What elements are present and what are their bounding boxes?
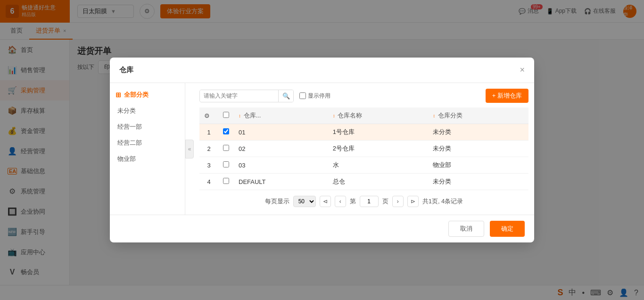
show-disabled-checkbox[interactable] [299, 92, 306, 99]
dialog-close-button[interactable]: × [520, 65, 525, 75]
last-page-button[interactable]: ⊳ [407, 196, 419, 207]
row-code-1: 01 [234, 124, 328, 141]
prev-page-button[interactable]: ‹ [335, 196, 346, 207]
row-code-3: 03 [234, 157, 328, 174]
page-size-select[interactable]: 50 [293, 196, 316, 207]
table-row[interactable]: 3 03 水 物业部 [199, 157, 528, 174]
table-row[interactable]: 4 DEFAULT 总仓 未分类 [199, 174, 528, 190]
category-item-property[interactable]: 物业部 [110, 151, 185, 167]
search-input[interactable] [200, 90, 278, 101]
show-disabled-label[interactable]: 显示停用 [299, 92, 330, 100]
th-code: ↕ 仓库... [234, 108, 328, 124]
collapse-panel-button[interactable]: « [185, 140, 194, 158]
dialog-footer: 取消 确定 [110, 215, 534, 242]
first-page-button[interactable]: ⊲ [320, 196, 331, 207]
table-container: ⚙ ↕ 仓库... ↕ 仓库名称 [199, 108, 528, 190]
th-checkbox [218, 108, 234, 124]
row-name-4: 总仓 [328, 174, 429, 190]
cancel-button[interactable]: 取消 [448, 221, 484, 237]
table-header-row: ⚙ ↕ 仓库... ↕ 仓库名称 [199, 108, 528, 124]
table-panel: 🔍 显示停用 + 新增仓库 ⚙ [194, 83, 534, 215]
table-row[interactable]: 2 02 2号仓库 未分类 [199, 141, 528, 157]
table-row[interactable]: 1 01 1号仓库 未分类 [199, 124, 528, 141]
row-category-1: 未分类 [428, 124, 528, 141]
category-panel: ⊞ 全部分类 未分类 经营一部 经营二部 物业部 [110, 83, 185, 215]
row-checkbox-3[interactable] [218, 157, 234, 174]
new-warehouse-button[interactable]: + 新增仓库 [486, 89, 528, 103]
row-code-4: DEFAULT [234, 174, 328, 190]
category-item-ops1[interactable]: 经营一部 [110, 119, 185, 135]
dialog-title: 仓库 [119, 66, 133, 75]
row-name-3: 水 [328, 157, 429, 174]
pagination: 每页显示 50 ⊲ ‹ 第 页 › ⊳ 共1页, 4条记录 [199, 190, 528, 209]
row-code-2: 02 [234, 141, 328, 157]
row-num-2: 2 [199, 141, 218, 157]
sort-icon: ↕ [239, 113, 241, 118]
dialog-overlay: 仓库 × ⊞ 全部分类 未分类 经营一部 经营二部 [0, 0, 644, 300]
row-checkbox-4[interactable] [218, 174, 234, 190]
next-page-button[interactable]: › [392, 196, 404, 207]
row-name-1: 1号仓库 [328, 124, 429, 141]
category-grid-icon: ⊞ [116, 91, 121, 99]
select-all-checkbox[interactable] [223, 112, 229, 118]
row-checkbox-1[interactable] [218, 124, 234, 141]
row-num-3: 3 [199, 157, 218, 174]
category-all-header[interactable]: ⊞ 全部分类 [110, 87, 185, 103]
table-toolbar: 🔍 显示停用 + 新增仓库 [199, 89, 528, 103]
category-item-unclassified[interactable]: 未分类 [110, 103, 185, 119]
th-category: ↕ 仓库分类 [428, 108, 528, 124]
page-number-input[interactable] [360, 196, 379, 207]
row-name-2: 2号仓库 [328, 141, 429, 157]
warehouse-dialog: 仓库 × ⊞ 全部分类 未分类 经营一部 经营二部 [110, 58, 534, 242]
search-box: 🔍 [199, 90, 294, 102]
sort-icon-name: ↕ [333, 113, 335, 118]
category-item-ops2[interactable]: 经营二部 [110, 135, 185, 151]
row-category-2: 未分类 [428, 141, 528, 157]
row-num-4: 4 [199, 174, 218, 190]
sort-icon-category: ↕ [433, 113, 435, 118]
confirm-button[interactable]: 确定 [490, 221, 525, 237]
warehouse-table: ⚙ ↕ 仓库... ↕ 仓库名称 [199, 108, 528, 190]
row-checkbox-2[interactable] [218, 141, 234, 157]
row-num-1: 1 [199, 124, 218, 141]
dialog-header: 仓库 × [110, 58, 534, 83]
row-category-3: 物业部 [428, 157, 528, 174]
row-category-4: 未分类 [428, 174, 528, 190]
search-icon-button[interactable]: 🔍 [278, 90, 294, 102]
th-name: ↕ 仓库名称 [328, 108, 429, 124]
dialog-body: ⊞ 全部分类 未分类 经营一部 经营二部 物业部 « [110, 83, 534, 215]
th-settings: ⚙ [199, 108, 218, 124]
